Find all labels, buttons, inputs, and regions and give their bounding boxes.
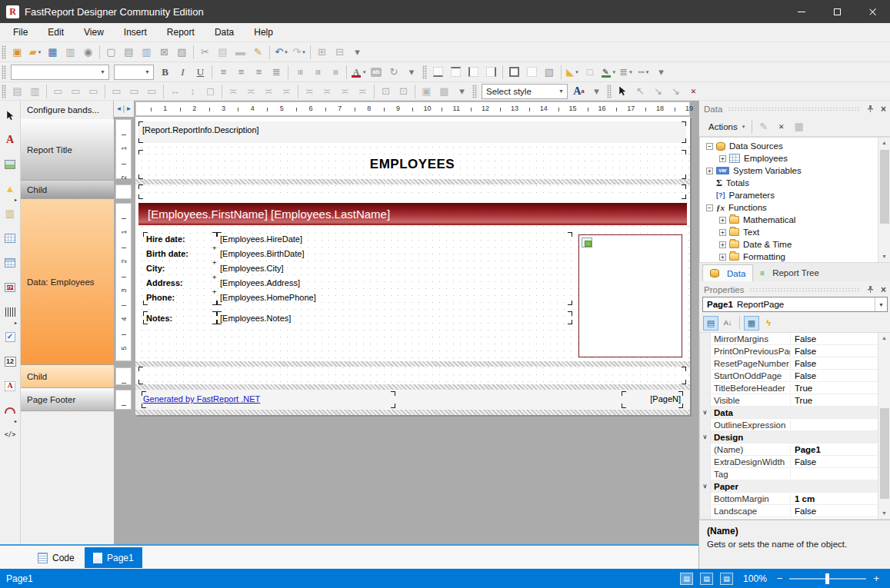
property-category-data[interactable]: ∨Data — [700, 407, 890, 419]
property-row-startonoddpage[interactable]: StartOnOddPageFalse — [700, 370, 890, 382]
property-row-printonpreviouspage[interactable]: PrintOnPreviousPageFalse — [700, 345, 890, 357]
alphabetical-sort-button[interactable]: A↓ — [720, 316, 735, 331]
menu-item-data[interactable]: Data — [205, 23, 244, 42]
band-page-footer[interactable]: Page Footer — [21, 388, 114, 411]
format-painter-button[interactable]: ✎ — [250, 45, 266, 60]
tree-item-employees[interactable]: +Employees — [700, 152, 890, 164]
text-block-tool[interactable]: A — [0, 376, 20, 396]
dropdown-arrow-icon[interactable]: ▾ — [629, 69, 632, 75]
property-row-titlebeforeheader[interactable]: TitleBeforeHeaderTrue — [700, 382, 890, 394]
data-tree-scrollbar[interactable]: ▲ ▼ — [878, 138, 890, 262]
whole-page-view-button[interactable]: ▤ — [700, 573, 713, 585]
property-value[interactable]: True — [791, 396, 890, 405]
line-color-button[interactable]: ✎▾ — [600, 65, 617, 80]
dropdown-arrow-icon[interactable]: ▾ — [646, 69, 649, 75]
submenu-arrow-icon[interactable]: ▸ — [15, 418, 17, 424]
new-report-button[interactable]: ▣ — [9, 45, 25, 60]
scroll-up-icon[interactable]: ▲ — [878, 333, 890, 344]
property-row-mirrormargins[interactable]: MirrorMarginsFalse — [700, 333, 890, 345]
cut-button[interactable]: ✂ — [197, 45, 213, 60]
remove-v-spacing-button[interactable]: ≍ — [355, 84, 371, 99]
object-selector-combo[interactable]: Page1 ReportPage ▼ — [702, 297, 888, 312]
font-name-combo[interactable]: ▼ — [11, 65, 109, 80]
child-band-2[interactable] — [135, 367, 690, 384]
html-object-tool[interactable]: </> — [0, 425, 20, 445]
menu-item-view[interactable]: View — [74, 23, 114, 42]
tree-expander[interactable]: − — [706, 143, 713, 150]
toolbar-grip[interactable] — [2, 65, 6, 79]
new-data-button[interactable]: ▤ — [121, 45, 137, 60]
toolbar-grip[interactable] — [2, 45, 6, 59]
bold-button[interactable]: B — [157, 65, 173, 80]
center-horizontally-button[interactable]: ⊡ — [378, 84, 394, 99]
dropdown-arrow-icon[interactable]: ▾ — [285, 49, 288, 55]
band-child[interactable]: Child — [21, 181, 114, 199]
center-vertically-button[interactable]: ⊡ — [395, 84, 412, 99]
submenu-arrow-icon[interactable]: ▸ — [15, 197, 17, 202]
valign-top-button[interactable]: ≡ — [292, 65, 308, 80]
text-object-tool[interactable]: A — [0, 130, 20, 150]
property-category-paper[interactable]: ∨Paper — [700, 480, 890, 493]
property-value[interactable]: False — [791, 347, 890, 356]
toolbar-grip[interactable] — [607, 85, 612, 98]
categorized-view-button[interactable]: ▤ — [703, 316, 718, 331]
category-collapse-icon[interactable]: ∨ — [700, 407, 711, 418]
scrollbar-thumb[interactable] — [880, 150, 889, 224]
align-v-centers-button[interactable]: ▭ — [126, 84, 142, 99]
ungroup-button[interactable]: ⊟ — [332, 45, 348, 60]
align-right-edges-button[interactable]: ▭ — [85, 84, 102, 99]
subreport-tool[interactable]: ▥ — [0, 204, 20, 224]
style-settings-button[interactable]: Aa — [571, 84, 587, 99]
style-combo[interactable]: Select style▼ — [482, 84, 568, 99]
property-value[interactable]: False — [791, 334, 890, 344]
toolbar-grip[interactable] — [2, 85, 6, 98]
field-label[interactable]: Hire date: — [146, 234, 185, 244]
close-button[interactable] — [855, 0, 890, 23]
band-child[interactable]: Child — [21, 365, 114, 388]
polyline-tool-button[interactable]: ↘ — [668, 84, 684, 99]
tree-item-text[interactable]: +Text — [700, 226, 890, 238]
menu-item-edit[interactable]: Edit — [38, 23, 74, 42]
scroll-down-icon[interactable]: ▼ — [878, 508, 890, 519]
same-size-button[interactable]: ◻ — [202, 84, 218, 99]
paste-button[interactable]: ▬ — [232, 45, 248, 60]
bring-to-front-button[interactable]: ▣ — [418, 84, 435, 99]
overflow-button[interactable]: ▾ — [349, 45, 365, 60]
remove-h-spacing-button[interactable]: ≍ — [278, 84, 295, 99]
undo-button[interactable]: ↶▾ — [273, 45, 289, 60]
field-expression[interactable]: [Employees.BirthDate] — [220, 249, 304, 258]
category-collapse-icon[interactable]: ∨ — [700, 431, 711, 443]
copy-button[interactable]: ▤ — [215, 45, 231, 60]
advanced-matrix-tool[interactable]: FP — [0, 277, 20, 297]
field-expression[interactable]: [Employees.Address] — [220, 278, 300, 287]
text-rotation-button[interactable]: ↻ — [386, 65, 402, 80]
same-height-button[interactable]: ↕ — [185, 84, 201, 99]
valign-middle-button[interactable]: ≡ — [309, 65, 325, 80]
group-button[interactable]: ⊞ — [314, 45, 330, 60]
tree-expander[interactable]: + — [706, 168, 713, 174]
scroll-down-icon[interactable]: ▼ — [878, 251, 890, 262]
border-none-button[interactable] — [524, 65, 540, 80]
overflow-button[interactable]: ▾ — [653, 65, 669, 80]
align-center-button[interactable]: ≡ — [233, 65, 249, 80]
combo-dropdown-icon[interactable]: ▼ — [875, 297, 887, 311]
align-right-button[interactable]: ≡ — [251, 65, 267, 80]
page-number-object[interactable]: [PageN] — [650, 394, 681, 404]
valign-bottom-button[interactable]: ≡ — [327, 65, 343, 80]
report-title-object[interactable]: EMPLOYEES — [138, 150, 686, 179]
generated-by-link[interactable]: Generated by FastReport .NET — [143, 394, 260, 404]
tree-item-data-sources[interactable]: −Data Sources — [700, 140, 890, 152]
menu-item-file[interactable]: File — [3, 23, 38, 42]
property-value[interactable]: Page1 — [791, 445, 890, 454]
scrollbar-thumb[interactable] — [880, 408, 889, 499]
dropdown-arrow-icon[interactable]: ▾ — [38, 49, 42, 55]
band-separator[interactable] — [135, 410, 690, 415]
align-left-edges-button[interactable]: ▭ — [50, 84, 66, 99]
panel-splitter-toggle[interactable]: ◄│► — [114, 101, 134, 117]
close-panel-icon[interactable]: × — [881, 104, 886, 115]
decrease-v-spacing-button[interactable]: ≍ — [337, 84, 353, 99]
panel-tab-data[interactable]: Data — [702, 264, 753, 281]
overflow-button[interactable]: ▾ — [454, 84, 470, 99]
italic-button[interactable]: I — [175, 65, 191, 80]
align-top-edges-button[interactable]: ▭ — [108, 84, 125, 99]
